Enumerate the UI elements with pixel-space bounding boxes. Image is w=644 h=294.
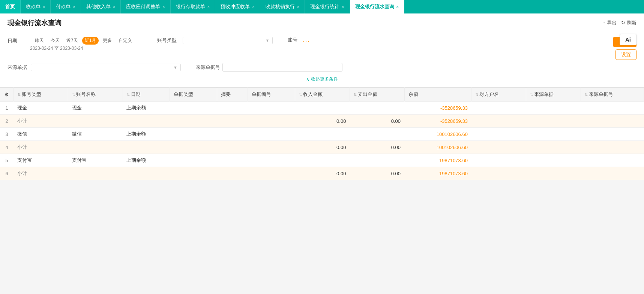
nav-stats[interactable]: 现金银行统计 × bbox=[305, 0, 350, 13]
date-1month[interactable]: 近1月 bbox=[82, 37, 99, 45]
nav-payment-close[interactable]: × bbox=[73, 4, 75, 9]
date-yesterday[interactable]: 昨天 bbox=[32, 37, 47, 45]
date-filter-label: 日期 bbox=[8, 37, 29, 44]
th-date[interactable]: ⇅日期 bbox=[123, 88, 170, 101]
collapse-label: 收起更多条件 bbox=[311, 76, 338, 82]
row-num: 4 bbox=[0, 141, 14, 154]
ai-badge[interactable]: Ai bbox=[620, 34, 636, 45]
cell-doc-type bbox=[170, 141, 217, 154]
table-row: 3微信微信上期余额100102606.60 bbox=[0, 128, 644, 141]
source-doc-label: 来源单据 bbox=[8, 64, 29, 71]
table-row: 1现金现金上期余额-3528659.33 bbox=[0, 101, 644, 115]
nav-bank-deposit[interactable]: 银行存取款单 × bbox=[171, 0, 215, 13]
account-type-select[interactable]: ▼ bbox=[183, 37, 273, 44]
row-num: 1 bbox=[0, 101, 14, 115]
nav-adjustment[interactable]: 应收应付调整单 × bbox=[121, 0, 170, 13]
cell-date: 上期余额 bbox=[123, 128, 170, 141]
cell-src-doc-no bbox=[581, 101, 644, 115]
cell-income: 0.00 bbox=[295, 167, 350, 180]
nav-writeoff-close[interactable]: × bbox=[297, 4, 299, 9]
cell-src-doc-no bbox=[581, 115, 644, 128]
cell-account-type: 小计 bbox=[14, 141, 68, 154]
cell-expense bbox=[350, 101, 404, 115]
export-button[interactable]: ↑ 导出 bbox=[603, 19, 617, 26]
date-custom[interactable]: 自定义 bbox=[116, 37, 135, 45]
nav-other-income-close[interactable]: × bbox=[113, 4, 115, 9]
cell-balance: 19871073.60 bbox=[404, 154, 471, 167]
cell-balance: 19871073.60 bbox=[404, 167, 471, 180]
nav-home-label: 首页 bbox=[5, 3, 15, 10]
cell-src-doc bbox=[526, 128, 581, 141]
date-today[interactable]: 今天 bbox=[48, 37, 62, 45]
cell-summary bbox=[217, 154, 248, 167]
th-account-name[interactable]: ⇅账号名称 bbox=[68, 88, 123, 101]
account-no-dots[interactable]: ... bbox=[303, 37, 310, 43]
cell-src-doc bbox=[526, 115, 581, 128]
th-account-type[interactable]: ⇅账号类型 bbox=[14, 88, 68, 101]
nav-cashflow[interactable]: 现金银行流水查询 × bbox=[350, 0, 404, 13]
nav-prepay-close[interactable]: × bbox=[252, 4, 254, 9]
nav-receipt-close[interactable]: × bbox=[43, 4, 45, 9]
sort-icon-date: ⇅ bbox=[127, 93, 130, 97]
th-src-doc-no[interactable]: ⇅来源单据号 bbox=[581, 88, 644, 101]
th-src-doc[interactable]: ⇅来源单据 bbox=[526, 88, 581, 101]
cell-date: 上期余额 bbox=[123, 101, 170, 115]
nav-writeoff-label: 收款核销执行 bbox=[266, 3, 295, 10]
source-doc-select[interactable]: ▼ bbox=[31, 64, 181, 71]
cell-account-type: 支付宝 bbox=[14, 154, 68, 167]
nav-bank-deposit-close[interactable]: × bbox=[207, 4, 210, 9]
sort-icon-src-doc: ⇅ bbox=[530, 93, 533, 97]
source-doc-no-label: 来源单据号 bbox=[196, 64, 220, 71]
nav-prepay[interactable]: 预收冲应收单 × bbox=[215, 0, 260, 13]
page-header: 现金银行流水查询 ↑ 导出 ↻ 刷新 bbox=[0, 13, 644, 32]
cell-balance: -3528659.33 bbox=[404, 115, 471, 128]
sort-icon-src-doc-no: ⇅ bbox=[585, 93, 588, 97]
th-expense[interactable]: ⇅支出金额 bbox=[350, 88, 404, 101]
export-icon: ↑ bbox=[603, 20, 606, 25]
cell-income bbox=[295, 101, 350, 115]
cell-counterpart bbox=[471, 101, 526, 115]
cell-doc-no bbox=[248, 128, 295, 141]
cell-src-doc-no bbox=[581, 128, 644, 141]
collapse-button[interactable]: ∧ 收起更多条件 bbox=[8, 75, 636, 84]
cell-date bbox=[123, 115, 170, 128]
row-num: 6 bbox=[0, 167, 14, 180]
source-doc-no-input[interactable] bbox=[222, 63, 342, 72]
cell-date bbox=[123, 167, 170, 180]
page-title: 现金银行流水查询 bbox=[8, 18, 62, 27]
nav-receipt[interactable]: 收款单 × bbox=[21, 0, 51, 13]
cell-summary bbox=[217, 141, 248, 154]
sort-icon-income: ⇅ bbox=[299, 93, 302, 97]
cell-account-name bbox=[68, 167, 123, 180]
cell-expense: 0.00 bbox=[350, 141, 404, 154]
th-counterpart[interactable]: ⇅对方户名 bbox=[471, 88, 526, 101]
cell-src-doc bbox=[526, 167, 581, 180]
cell-doc-type bbox=[170, 101, 217, 115]
row-num: 5 bbox=[0, 154, 14, 167]
nav-payment-label: 付款单 bbox=[56, 3, 71, 10]
settings-button[interactable]: 设置 bbox=[615, 49, 636, 60]
nav-other-income[interactable]: 其他收入单 × bbox=[81, 0, 121, 13]
gear-icon: ⚙ bbox=[5, 92, 9, 97]
nav-payment[interactable]: 付款单 × bbox=[51, 0, 81, 13]
top-nav: 首页 收款单 × 付款单 × 其他收入单 × 应收应付调整单 × 银行存取款单 … bbox=[0, 0, 644, 13]
cell-doc-no bbox=[248, 141, 295, 154]
date-7days[interactable]: 近7天 bbox=[64, 37, 81, 45]
refresh-button[interactable]: ↻ 刷新 bbox=[621, 19, 636, 26]
nav-home[interactable]: 首页 bbox=[0, 0, 21, 13]
nav-stats-close[interactable]: × bbox=[342, 4, 344, 9]
cell-account-name: 微信 bbox=[68, 128, 123, 141]
refresh-label: 刷新 bbox=[627, 19, 636, 26]
cell-income: 0.00 bbox=[295, 115, 350, 128]
cell-income bbox=[295, 128, 350, 141]
nav-writeoff[interactable]: 收款核销执行 × bbox=[260, 0, 305, 13]
th-income[interactable]: ⇅收入金额 bbox=[295, 88, 350, 101]
date-range: 2023-02-24 至 2023-03-24 bbox=[30, 46, 83, 51]
gear-col-header[interactable]: ⚙ bbox=[0, 88, 14, 101]
cell-doc-no bbox=[248, 154, 295, 167]
nav-adjustment-close[interactable]: × bbox=[162, 4, 165, 9]
nav-cashflow-close[interactable]: × bbox=[396, 4, 399, 9]
cell-counterpart bbox=[471, 167, 526, 180]
sort-icon-expense: ⇅ bbox=[354, 93, 357, 97]
date-more[interactable]: 更多 bbox=[100, 37, 114, 45]
